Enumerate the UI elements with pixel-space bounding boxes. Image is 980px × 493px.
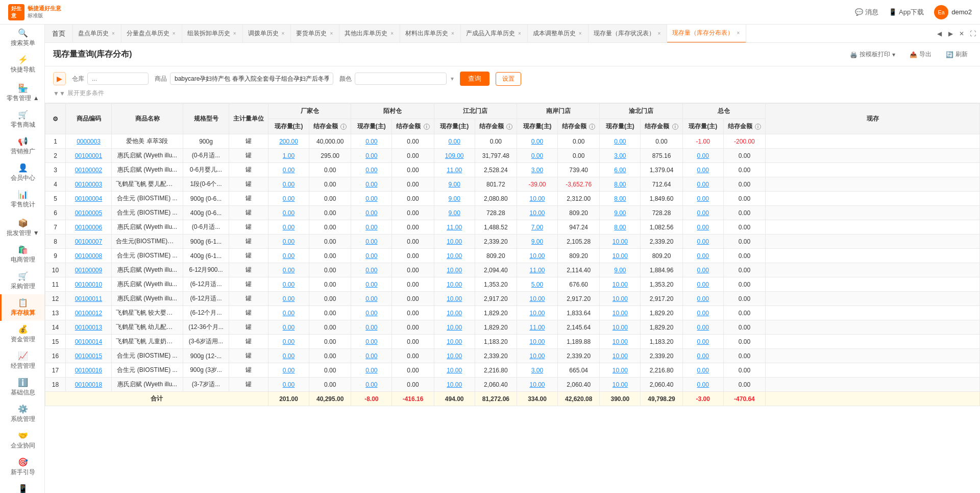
row-yb-qty[interactable]: 10.00 <box>600 378 641 392</box>
sidebar-item-purchase[interactable]: 🛒 采购管理 <box>0 268 44 294</box>
row-t-qty[interactable]: 0.00 <box>682 335 723 349</box>
row-m-qty[interactable]: 0.00 <box>351 134 392 149</box>
tab-home[interactable]: 首页 <box>45 25 73 43</box>
tab-cost-adjust-close[interactable]: × <box>578 30 583 37</box>
row-t-qty[interactable]: 0.00 <box>682 249 723 263</box>
row-m-qty[interactable]: 0.00 <box>351 234 392 249</box>
row-f-qty[interactable]: 0.00 <box>268 177 309 192</box>
row-t-qty[interactable]: 0.00 <box>682 320 723 335</box>
row-f-qty[interactable]: 0.00 <box>268 363 309 378</box>
row-na-qty[interactable]: 10.00 <box>517 378 558 392</box>
row-m-qty[interactable]: 0.00 <box>351 163 392 177</box>
row-na-qty[interactable]: 9.00 <box>517 234 558 249</box>
sidebar-item-finance[interactable]: 💰 资金管理 <box>0 321 44 347</box>
row-na-qty[interactable]: 11.00 <box>517 320 558 335</box>
tab-prev-btn[interactable]: ◀ <box>934 29 944 39</box>
row-na-qty[interactable]: 10.00 <box>517 249 558 263</box>
color-input[interactable] <box>355 73 447 85</box>
row-na-qty[interactable]: 10.00 <box>517 349 558 363</box>
t-amt-info-icon[interactable]: i <box>755 124 761 130</box>
tab-product-in-close[interactable]: × <box>517 30 522 37</box>
row-t-qty[interactable]: 0.00 <box>682 220 723 234</box>
tab-other-outbound[interactable]: 其他出库单历史 × <box>339 25 400 43</box>
row-f-qty[interactable]: 0.00 <box>268 220 309 234</box>
row-jb-qty[interactable]: 10.00 <box>434 363 475 378</box>
row-t-qty[interactable]: 0.00 <box>682 363 723 378</box>
row-na-qty[interactable]: 10.00 <box>517 292 558 306</box>
tab-other-outbound-close[interactable]: × <box>389 30 395 37</box>
row-m-qty[interactable]: 0.00 <box>351 192 392 206</box>
row-yb-qty[interactable]: 8.00 <box>600 177 641 192</box>
row-yb-qty[interactable]: 9.00 <box>600 263 641 277</box>
tab-transfer-close[interactable]: × <box>281 30 286 37</box>
row-f-qty[interactable]: 0.00 <box>268 206 309 220</box>
row-jb-qty[interactable]: 10.00 <box>434 378 475 392</box>
row-t-qty[interactable]: 0.00 <box>682 163 723 177</box>
row-f-qty[interactable]: 1.00 <box>268 149 309 163</box>
filter-expand-btn[interactable]: ▶ <box>53 72 66 85</box>
sidebar-item-ecommerce[interactable]: 🛍️ 电商管理 <box>0 241 44 268</box>
row-t-qty[interactable]: 0.00 <box>682 177 723 192</box>
sidebar-item-member[interactable]: 👤 会员中心 <box>0 159 44 186</box>
row-t-qty[interactable]: -1.00 <box>682 134 723 149</box>
tab-assembly[interactable]: 组装拆卸单历史 × <box>182 25 243 43</box>
row-jb-qty[interactable]: 10.00 <box>434 320 475 335</box>
tab-stocktake[interactable]: 盘点单历史 × <box>73 25 121 43</box>
tab-cost-adjust[interactable]: 成本调整单历史 × <box>528 25 589 43</box>
row-m-qty[interactable]: 0.00 <box>351 320 392 335</box>
row-f-qty[interactable]: 0.00 <box>268 234 309 249</box>
row-m-qty[interactable]: 0.00 <box>351 249 392 263</box>
row-na-qty[interactable]: 5.00 <box>517 277 558 292</box>
row-m-qty[interactable]: 0.00 <box>351 277 392 292</box>
sidebar-item-inventory[interactable]: 📋 库存核算 <box>0 294 44 321</box>
row-jb-qty[interactable]: 10.00 <box>434 234 475 249</box>
export-button[interactable]: 📤 导出 <box>905 48 936 61</box>
row-f-qty[interactable]: 0.00 <box>268 192 309 206</box>
row-jb-qty[interactable]: 10.00 <box>434 277 475 292</box>
row-m-qty[interactable]: 0.00 <box>351 292 392 306</box>
row-jb-qty[interactable]: 11.00 <box>434 220 475 234</box>
row-na-qty[interactable]: 10.00 <box>517 206 558 220</box>
row-yb-qty[interactable]: 10.00 <box>600 335 641 349</box>
sidebar-item-mall[interactable]: 🛒 零售商城 <box>0 106 44 133</box>
row-na-qty[interactable]: 0.00 <box>517 149 558 163</box>
row-yb-qty[interactable]: 8.00 <box>600 192 641 206</box>
row-yb-qty[interactable]: 10.00 <box>600 277 641 292</box>
row-t-qty[interactable]: 0.00 <box>682 292 723 306</box>
row-f-qty[interactable]: 0.00 <box>268 292 309 306</box>
row-m-qty[interactable]: 0.00 <box>351 263 392 277</box>
tab-stock-dist[interactable]: 现存量（库存分布表） × <box>667 25 746 43</box>
row-na-qty[interactable]: 3.00 <box>517 363 558 378</box>
row-m-qty[interactable]: 0.00 <box>351 220 392 234</box>
row-jb-qty[interactable]: 10.00 <box>434 349 475 363</box>
sidebar-item-retail[interactable]: 🏪 零售管理 ▲ <box>0 80 44 106</box>
row-yb-qty[interactable]: 10.00 <box>600 306 641 320</box>
sidebar-item-ops[interactable]: 📈 经营管理 <box>0 347 44 374</box>
tab-split-stocktake-close[interactable]: × <box>172 30 177 37</box>
sidebar-item-collab[interactable]: 🤝 企业协同 <box>0 427 44 454</box>
row-na-qty[interactable]: 0.00 <box>517 134 558 149</box>
refresh-button[interactable]: 🔄 刷新 <box>942 48 972 61</box>
sidebar-item-guide[interactable]: 🎯 新手引导 <box>0 454 44 480</box>
m-amt-info-icon[interactable]: i <box>424 124 430 130</box>
row-m-qty[interactable]: 0.00 <box>351 335 392 349</box>
user-area[interactable]: Ea demo2 <box>934 5 972 19</box>
tab-material-out[interactable]: 材料出库单历史 × <box>400 25 461 43</box>
app-download-button[interactable]: 📱 App下载 <box>889 8 924 17</box>
th-gear[interactable]: ⚙ <box>45 104 66 134</box>
row-m-qty[interactable]: 0.00 <box>351 149 392 163</box>
row-jb-qty[interactable]: 0.00 <box>434 134 475 149</box>
tab-transfer[interactable]: 调拨单历史 × <box>243 25 291 43</box>
goods-input[interactable] <box>170 73 333 85</box>
f-amt-info-icon[interactable]: i <box>340 124 347 130</box>
row-t-qty[interactable]: 0.00 <box>682 306 723 320</box>
row-yb-qty[interactable]: 0.00 <box>600 134 641 149</box>
row-t-qty[interactable]: 0.00 <box>682 234 723 249</box>
tab-next-btn[interactable]: ▶ <box>945 29 955 39</box>
row-na-qty[interactable]: -39.00 <box>517 177 558 192</box>
row-f-qty[interactable]: 0.00 <box>268 349 309 363</box>
tab-assembly-close[interactable]: × <box>232 30 237 37</box>
row-t-qty[interactable]: 0.00 <box>682 263 723 277</box>
row-yb-qty[interactable]: 10.00 <box>600 292 641 306</box>
row-m-qty[interactable]: 0.00 <box>351 177 392 192</box>
